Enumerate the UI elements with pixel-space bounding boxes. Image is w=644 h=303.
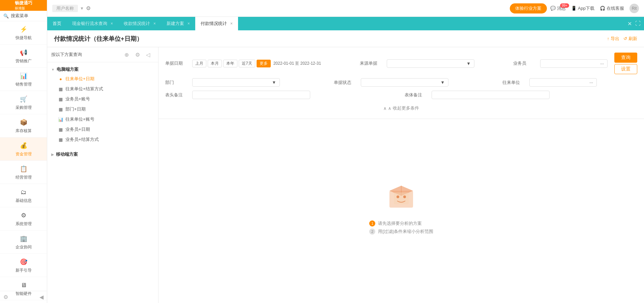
- header-note-input[interactable]: [192, 91, 310, 99]
- schema-item-partner-date[interactable]: ● 往来单位+日期: [51, 74, 154, 84]
- sidebar-item-system[interactable]: ⚙ 系统管理: [0, 207, 47, 231]
- export-button[interactable]: ↑ 导出: [607, 36, 620, 42]
- desktop-schema-group: ▼ 电脑端方案 ● 往来单位+日期 ▦ 往来单位+结算方式 ▦ 业务员+账号 ▦: [47, 62, 158, 147]
- tab-payments[interactable]: 付款情况统计 ×: [195, 17, 238, 30]
- left-panel-add-btn[interactable]: ⊕: [124, 51, 133, 59]
- schema-item-partner-settle-label: 往来单位+结算方式: [65, 86, 103, 92]
- sidebar-item-marketing[interactable]: 📢 营销推广: [0, 44, 47, 68]
- date-btn-this-month[interactable]: 本月: [208, 60, 222, 67]
- tab-receipts-close[interactable]: ×: [153, 21, 156, 26]
- collapse-conditions-btn[interactable]: ∧ ∧ 收起更多条件: [165, 103, 637, 113]
- refresh-button[interactable]: ↺ 刷新: [623, 36, 637, 42]
- source-select[interactable]: ▼: [387, 59, 474, 68]
- tab-newplan[interactable]: 新建方案 ×: [161, 17, 195, 30]
- tabbar-expand-icon[interactable]: ⛶: [635, 21, 641, 27]
- partner-select[interactable]: ···: [529, 78, 597, 87]
- schema-item-staff-account[interactable]: ▦ 业务员+账号: [51, 94, 154, 104]
- schema-item-partner-date-label: 往来单位+日期: [65, 76, 94, 82]
- sidebar-item-quicknav[interactable]: ⚡ 快捷导航: [0, 21, 47, 44]
- collapse-arrow-icon: ∧ ∧: [383, 106, 391, 111]
- sidebar-item-inventory[interactable]: 📦 库存核算: [0, 114, 47, 138]
- avatar-label: Rit: [632, 6, 637, 11]
- sidebar-settings-icon[interactable]: ⚙: [3, 294, 8, 300]
- hint-text-2: 用[过滤]条件来缩小分析范围: [378, 229, 433, 235]
- sidebar-item-system-label: 系统管理: [16, 221, 32, 227]
- sidebar-item-operations[interactable]: 📋 经营管理: [0, 161, 47, 184]
- date-btn-more[interactable]: 更多: [257, 60, 271, 67]
- msg-icon: 💬: [550, 6, 556, 11]
- mobile-group-title[interactable]: ▶ 移动端方案: [51, 150, 154, 159]
- sidebar-item-finance-label: 资金管理: [16, 151, 32, 157]
- sidebar-search-label: 搜索菜单: [11, 13, 28, 19]
- date-btn-this-year[interactable]: 本年: [223, 60, 237, 67]
- dept-select[interactable]: ▼: [192, 78, 280, 87]
- schema-item-staff-date[interactable]: ▦ 业务员+日期: [51, 124, 154, 134]
- tab-newplan-close[interactable]: ×: [187, 21, 190, 26]
- topbar-app[interactable]: 📱 App下载: [571, 5, 594, 11]
- topbar-gear-icon[interactable]: ⚙: [86, 5, 91, 11]
- tab-payments-close[interactable]: ×: [230, 21, 233, 26]
- topbar-user-label: 用户名称: [52, 5, 78, 12]
- sidebar-item-marketing-label: 营销推广: [16, 58, 32, 64]
- logo-name: 畅捷通巧: [15, 0, 32, 6]
- date-btn-7days[interactable]: 近7天: [239, 60, 255, 67]
- sidebar-item-guide[interactable]: 🎯 新手引导: [0, 254, 47, 277]
- sidebar-item-enterprise[interactable]: 🏢 企业协同: [0, 231, 47, 254]
- left-panel-collapse-btn[interactable]: ◁: [146, 51, 154, 59]
- sidebar-search[interactable]: 🔍 搜索菜单: [0, 11, 47, 21]
- logo-sub: 标准版: [15, 6, 32, 11]
- sidebar-item-sales[interactable]: 📊 销售管理: [0, 68, 47, 91]
- schema-item-dept-date-icon: ▦: [58, 107, 63, 112]
- topbar-dropdown-icon[interactable]: ▼: [80, 6, 84, 11]
- sidebar-item-finance[interactable]: 💰 资金管理: [0, 138, 47, 161]
- filter-area: 单据日期 上月 本月 本年 近7天 更多 2022-01-01 至 2022-1…: [158, 47, 644, 119]
- doc-status-select[interactable]: ▼: [361, 78, 448, 87]
- body-note-label: 表体备注: [405, 92, 425, 98]
- left-panel-settings-btn[interactable]: ⚙: [135, 51, 143, 59]
- desktop-group-title[interactable]: ▼ 电脑端方案: [51, 65, 154, 74]
- topbar-right: 💬 消息 99+ 📱 App下载 🎧 在线客服 Rit: [550, 4, 639, 13]
- topbar-avatar[interactable]: Rit: [630, 4, 639, 13]
- operations-icon: 📋: [19, 164, 28, 174]
- export-label: 导出: [611, 36, 619, 42]
- schema-item-partner-date-icon: ●: [58, 76, 63, 82]
- sidebar-item-sales-label: 销售管理: [16, 82, 32, 87]
- tabbar-close-icon[interactable]: ✕: [627, 21, 632, 27]
- page-title: 付款情况统计（往来单位+日期）: [54, 35, 143, 43]
- sidebar-item-quicknav-label: 快捷导航: [16, 35, 32, 41]
- sidebar-item-basic[interactable]: 🗂 基础信息: [0, 184, 47, 207]
- schema-item-dept-date-label: 部门+日期: [65, 106, 86, 112]
- staff-select[interactable]: ···: [540, 59, 608, 68]
- date-btn-last-month[interactable]: 上月: [192, 60, 206, 67]
- date-range-display: 2022-01-01 至 2022-12-31: [273, 61, 321, 66]
- tab-receipts-label: 收款情况统计: [124, 21, 150, 27]
- tab-home[interactable]: 首页: [47, 17, 67, 30]
- query-button[interactable]: 查询: [614, 53, 637, 63]
- tab-cashflow[interactable]: 现金银行流水查询 ×: [67, 17, 118, 30]
- date-range-text: 2022-01-01 至 2022-12-31: [273, 61, 321, 66]
- staff-label: 业务员: [513, 60, 533, 66]
- schema-item-partner-settle[interactable]: ▦ 往来单位+结算方式: [51, 84, 154, 94]
- schema-item-partner-account[interactable]: 📊 往来单位+账号: [51, 114, 154, 124]
- schema-item-staff-date-icon: ▦: [58, 127, 63, 132]
- sidebar-item-inventory-label: 库存核算: [16, 128, 32, 134]
- mobile-schema-group: ▶ 移动端方案: [47, 147, 158, 161]
- sidebar-item-purchase[interactable]: 🛒 采购管理: [0, 91, 47, 114]
- hint-num-1: 1: [369, 220, 375, 226]
- topbar-msg[interactable]: 💬 消息 99+: [550, 5, 566, 11]
- settings-button[interactable]: 设置: [614, 64, 637, 74]
- schema-item-staff-account-label: 业务员+账号: [65, 96, 90, 102]
- topbar-service[interactable]: 🎧 在线客服: [600, 5, 624, 11]
- body-note-input[interactable]: [432, 91, 550, 99]
- schema-item-staff-settle[interactable]: ▦ 业务员+结算方式: [51, 134, 154, 145]
- mobile-arrow-icon: ▶: [51, 153, 54, 156]
- sidebar-collapse-icon[interactable]: ◀: [39, 294, 43, 300]
- trial-button[interactable]: 体验行业方案: [510, 3, 547, 13]
- staff-select-dots: ···: [600, 61, 604, 66]
- tab-payments-label: 付款情况统计: [201, 21, 227, 27]
- tab-cashflow-close[interactable]: ×: [111, 21, 113, 26]
- source-select-arrow: ▼: [466, 61, 471, 66]
- tab-receipts[interactable]: 收款情况统计 ×: [118, 17, 161, 30]
- content-area: 按以下方案查询 ⊕ ⚙ ◁ ▼ 电脑端方案 ● 往来单位+日期: [47, 47, 644, 303]
- schema-item-dept-date[interactable]: ▦ 部门+日期: [51, 104, 154, 114]
